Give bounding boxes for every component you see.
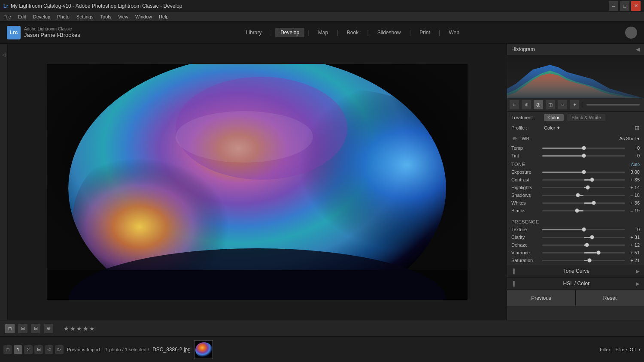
redeye-tool[interactable]: ◎ bbox=[534, 100, 543, 109]
histogram-collapse-arrow[interactable]: ◀ bbox=[636, 46, 640, 52]
shadows-track[interactable] bbox=[542, 195, 625, 196]
star-3[interactable]: ★ bbox=[76, 325, 82, 332]
nav-book[interactable]: Book bbox=[342, 28, 364, 37]
auto-button[interactable]: Auto bbox=[631, 162, 640, 167]
star-2[interactable]: ★ bbox=[70, 325, 76, 332]
nav-print[interactable]: Print bbox=[414, 28, 435, 37]
tint-label: Tint bbox=[511, 153, 541, 158]
menu-window[interactable]: Window bbox=[135, 14, 152, 19]
dehaze-track[interactable] bbox=[542, 244, 625, 246]
filmstrip-view-btn-2[interactable]: 1 bbox=[14, 345, 22, 354]
left-sidebar-arrow[interactable]: ◁ bbox=[2, 52, 6, 57]
view-compare-button[interactable]: ⊟ bbox=[18, 324, 27, 333]
whites-track[interactable] bbox=[542, 202, 625, 204]
profile-grid-button[interactable]: ⊞ bbox=[635, 124, 640, 131]
saturation-track[interactable] bbox=[542, 260, 625, 261]
star-1[interactable]: ★ bbox=[64, 325, 69, 332]
import-label[interactable]: Previous Import bbox=[67, 347, 100, 352]
eyedropper-tool[interactable]: ✏ bbox=[511, 135, 519, 142]
hsl-arrow: ▶ bbox=[636, 281, 640, 286]
vibrance-slider-row: Vibrance + 51 bbox=[507, 249, 644, 256]
thumb-svg bbox=[194, 341, 213, 359]
color-button[interactable]: Color bbox=[544, 114, 564, 121]
nav-library[interactable]: Library bbox=[241, 28, 267, 37]
treatment-label: Treatment : bbox=[511, 115, 541, 120]
profile-value[interactable]: Color ✦ bbox=[544, 125, 560, 131]
clarity-slider-row: Clarity + 31 bbox=[507, 233, 644, 241]
vibrance-label: Vibrance bbox=[511, 250, 541, 255]
presence-heading-text: Presence bbox=[511, 219, 539, 224]
filmstrip-prev-btn[interactable]: ◁ bbox=[45, 345, 53, 354]
contrast-track[interactable] bbox=[542, 179, 625, 181]
temp-label: Temp bbox=[511, 145, 541, 151]
blacks-track[interactable] bbox=[542, 210, 625, 211]
clarity-track[interactable] bbox=[542, 237, 625, 238]
saturation-slider-row: Saturation + 21 bbox=[507, 256, 644, 264]
dehaze-value: + 12 bbox=[627, 242, 640, 247]
texture-track[interactable] bbox=[542, 229, 625, 230]
hsl-color-header[interactable]: ▐ HSL / Color ▶ bbox=[507, 278, 644, 290]
star-4[interactable]: ★ bbox=[83, 325, 88, 332]
tone-curve-title: Tone Curve bbox=[563, 268, 589, 274]
graduated-tool[interactable]: ◫ bbox=[546, 100, 555, 109]
filmstrip-grid-btn[interactable]: ⊞ bbox=[34, 345, 43, 354]
titlebar-left: Lr My Lightroom Catalog-v10 - Adobe Phot… bbox=[3, 3, 182, 9]
app-icon: Lr bbox=[3, 3, 8, 9]
right-panel: Histogram ◀ bbox=[507, 44, 644, 320]
crop-tool[interactable]: ⌗ bbox=[510, 100, 519, 109]
minimize-button[interactable]: – bbox=[609, 1, 618, 11]
heal-tool[interactable]: ⊕ bbox=[522, 100, 531, 109]
nav-develop[interactable]: Develop bbox=[275, 28, 304, 37]
menu-help[interactable]: Help bbox=[159, 14, 169, 19]
menu-view[interactable]: View bbox=[118, 14, 128, 19]
nav-web[interactable]: Web bbox=[444, 28, 464, 37]
temp-value: 0 bbox=[627, 145, 640, 151]
reset-button[interactable]: Reset bbox=[576, 290, 644, 306]
filter-value: Filters Off bbox=[616, 347, 636, 352]
menu-develop[interactable]: Develop bbox=[33, 14, 50, 19]
wb-value[interactable]: As Shot ▾ bbox=[619, 136, 640, 142]
menu-settings[interactable]: Settings bbox=[76, 14, 94, 19]
whites-slider-row: Whites + 36 bbox=[507, 199, 644, 207]
menu-edit[interactable]: Edit bbox=[18, 14, 26, 19]
temp-track[interactable] bbox=[542, 148, 625, 149]
tone-slider-bar[interactable] bbox=[586, 104, 640, 106]
shadows-slider-row: Shadows – 18 bbox=[507, 191, 644, 199]
hsl-color-section: ▐ HSL / Color ▶ bbox=[507, 278, 644, 290]
maximize-button[interactable]: □ bbox=[620, 1, 629, 11]
shadows-value: – 18 bbox=[627, 193, 640, 198]
view-grid-button[interactable]: ⊞ bbox=[31, 324, 40, 333]
histogram-area bbox=[507, 55, 644, 98]
radial-tool[interactable]: ○ bbox=[558, 100, 567, 109]
tone-curve-arrow: ▶ bbox=[636, 269, 640, 274]
window-controls[interactable]: – □ ✕ bbox=[609, 1, 641, 11]
filmstrip-next-btn[interactable]: ▷ bbox=[55, 345, 64, 354]
film-thumbnail[interactable] bbox=[194, 340, 213, 359]
exposure-label: Exposure bbox=[511, 169, 541, 175]
view-single-button[interactable]: □ bbox=[5, 324, 15, 333]
brush-tool[interactable]: ✦ bbox=[570, 100, 579, 109]
vibrance-track[interactable] bbox=[542, 252, 625, 253]
close-button[interactable]: ✕ bbox=[631, 1, 641, 11]
menu-photo[interactable]: Photo bbox=[57, 14, 70, 19]
app-name: Adobe Lightroom Classic bbox=[24, 27, 80, 32]
nav-slideshow[interactable]: Slideshow bbox=[372, 28, 406, 37]
filmstrip-view-btn-3[interactable]: 2 bbox=[24, 345, 33, 354]
view-survey-button[interactable]: ⊕ bbox=[44, 324, 53, 333]
filmstrip-view-btn-1[interactable]: □ bbox=[3, 345, 12, 354]
bw-button[interactable]: Black & White bbox=[567, 114, 605, 121]
filter-dropdown-arrow[interactable]: ▾ bbox=[638, 347, 641, 352]
highlights-track[interactable] bbox=[542, 187, 625, 188]
title-bar: Lr My Lightroom Catalog-v10 - Adobe Phot… bbox=[0, 0, 644, 12]
tint-track[interactable] bbox=[542, 155, 625, 157]
tone-curve-header[interactable]: ▐ Tone Curve ▶ bbox=[507, 265, 644, 277]
menu-file[interactable]: File bbox=[3, 14, 11, 19]
star-5[interactable]: ★ bbox=[89, 325, 95, 332]
texture-slider-row: Texture 0 bbox=[507, 226, 644, 233]
user-avatar[interactable] bbox=[625, 27, 637, 39]
exposure-track[interactable] bbox=[542, 172, 625, 173]
previous-button[interactable]: Previous bbox=[507, 290, 576, 306]
menu-tools[interactable]: Tools bbox=[100, 14, 112, 19]
nav-map[interactable]: Map bbox=[313, 28, 333, 37]
tint-value: 0 bbox=[627, 153, 640, 158]
